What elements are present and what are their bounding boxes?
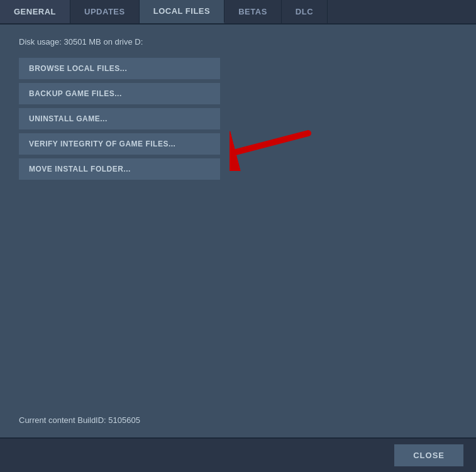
svg-line-1 bbox=[236, 133, 308, 152]
browse-local-files-button[interactable]: BROWSE LOCAL FILES... bbox=[19, 58, 220, 79]
tab-bar: GENERAL UPDATES LOCAL FILES BETAS DLC bbox=[0, 0, 476, 25]
action-buttons-group: BROWSE LOCAL FILES... BACKUP GAME FILES.… bbox=[19, 58, 220, 180]
steam-properties-window: GENERAL UPDATES LOCAL FILES BETAS DLC Di… bbox=[0, 0, 476, 472]
verify-integrity-button[interactable]: VERIFY INTEGRITY OF GAME FILES... bbox=[19, 133, 220, 155]
close-button[interactable]: CLOSE bbox=[394, 444, 463, 466]
tab-updates[interactable]: UPDATES bbox=[70, 0, 140, 23]
tab-betas[interactable]: BETAS bbox=[224, 0, 282, 23]
backup-game-files-button[interactable]: BACKUP GAME FILES... bbox=[19, 83, 220, 104]
build-id-label: Current content BuildID: 5105605 bbox=[19, 415, 140, 425]
move-install-folder-button[interactable]: MOVE INSTALL FOLDER... bbox=[19, 158, 220, 180]
tab-general[interactable]: GENERAL bbox=[0, 0, 70, 23]
local-files-content: Disk usage: 30501 MB on drive D: BROWSE … bbox=[0, 25, 476, 437]
uninstall-game-button[interactable]: UNINSTALL GAME... bbox=[19, 108, 220, 129]
footer-bar: CLOSE bbox=[0, 437, 476, 472]
disk-usage-label: Disk usage: 30501 MB on drive D: bbox=[19, 37, 457, 47]
tab-local-files[interactable]: LOCAL FILES bbox=[140, 0, 224, 23]
arrow-annotation bbox=[230, 127, 311, 171]
tab-dlc[interactable]: DLC bbox=[282, 0, 328, 23]
verify-row: VERIFY INTEGRITY OF GAME FILES... bbox=[19, 133, 220, 155]
